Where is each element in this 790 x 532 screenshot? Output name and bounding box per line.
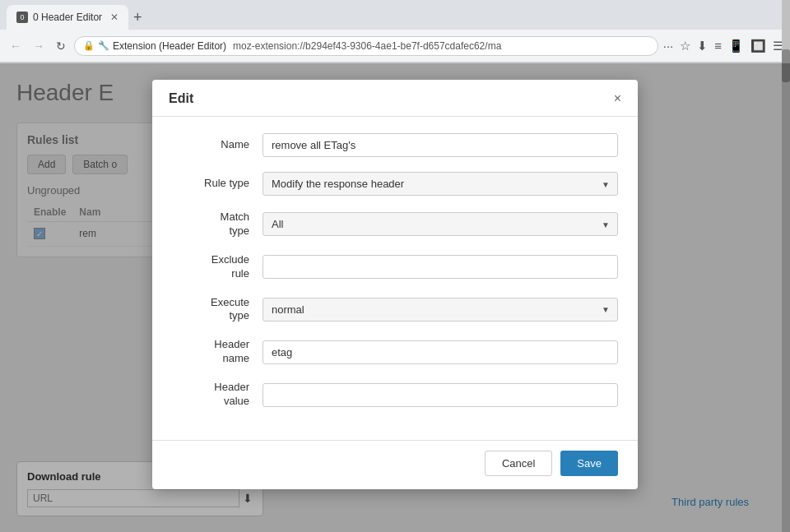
rule-type-control: Modify the response header Modify the re… bbox=[263, 172, 618, 196]
address-security-icon: 🔒 bbox=[83, 40, 95, 51]
toolbar-icons: ··· ☆ ⬇ ≡ 📱 🔲 ☰ bbox=[663, 39, 783, 53]
cancel-button[interactable]: Cancel bbox=[485, 451, 552, 476]
match-type-select[interactable]: All URLs Regex bbox=[263, 212, 618, 236]
download-icon[interactable]: ⬇ bbox=[697, 39, 708, 53]
execute-type-control: normal prepend append delete ▼ bbox=[263, 298, 618, 322]
execute-type-row: Executetype normal prepend append delete… bbox=[172, 296, 618, 324]
execute-type-label: Executetype bbox=[172, 296, 263, 324]
address-label: Extension (Header Editor) bbox=[113, 40, 226, 52]
match-type-row: Matchtype All URLs Regex ▼ bbox=[172, 210, 618, 238]
dialog-close-button[interactable]: × bbox=[614, 91, 621, 106]
extension-icon[interactable]: 🔲 bbox=[750, 39, 766, 53]
name-label: Name bbox=[172, 138, 263, 152]
name-control bbox=[263, 133, 618, 157]
rule-type-label: Rule type bbox=[172, 177, 263, 191]
tab-close-btn[interactable]: ✕ bbox=[110, 12, 118, 23]
active-tab[interactable]: 0 0 Header Editor ✕ bbox=[7, 5, 128, 30]
header-value-row: Headervalue bbox=[172, 381, 618, 409]
refresh-button[interactable]: ↻ bbox=[53, 36, 69, 56]
execute-type-select[interactable]: normal prepend append delete bbox=[263, 298, 618, 322]
tab-title: 0 Header Editor bbox=[33, 12, 102, 23]
tab-favicon: 0 bbox=[16, 12, 28, 23]
rule-type-row: Rule type Modify the response header Mod… bbox=[172, 172, 618, 196]
tab-bar: 0 0 Header Editor ✕ + bbox=[0, 0, 790, 30]
back-button[interactable]: ← bbox=[7, 36, 25, 56]
nav-bar: ← → ↻ 🔒 🔧 Extension (Header Editor) moz-… bbox=[0, 30, 790, 62]
exclude-rule-row: Excluderule bbox=[172, 253, 618, 281]
header-name-label: Headername bbox=[172, 338, 263, 366]
dialog-body: Name Rule type Modify the response heade… bbox=[152, 117, 638, 440]
forward-button[interactable]: → bbox=[30, 36, 48, 56]
save-button[interactable]: Save bbox=[560, 451, 618, 476]
match-type-control: All URLs Regex ▼ bbox=[263, 212, 618, 236]
rule-type-select[interactable]: Modify the response header Modify the re… bbox=[263, 172, 618, 196]
new-tab-button[interactable]: + bbox=[133, 9, 142, 26]
page-background: Header E Rules list Add Batch o Ungroupe… bbox=[0, 63, 790, 532]
more-btn[interactable]: ··· bbox=[663, 39, 674, 53]
header-value-control bbox=[263, 383, 618, 407]
address-bar[interactable]: 🔒 🔧 Extension (Header Editor) moz-extens… bbox=[74, 36, 658, 56]
name-row: Name bbox=[172, 133, 618, 157]
edit-dialog: Edit × Name Rule type Modify th bbox=[152, 80, 638, 489]
browser-chrome: 0 0 Header Editor ✕ + ← → ↻ 🔒 🔧 Extensio… bbox=[0, 0, 790, 63]
header-name-row: Headername bbox=[172, 338, 618, 366]
synced-tabs-icon[interactable]: 📱 bbox=[728, 39, 744, 53]
header-name-control bbox=[263, 340, 618, 364]
name-input[interactable] bbox=[263, 133, 618, 157]
dialog-title: Edit bbox=[169, 91, 193, 106]
dialog-header: Edit × bbox=[152, 80, 638, 117]
exclude-rule-label: Excluderule bbox=[172, 253, 263, 281]
header-value-input[interactable] bbox=[263, 383, 618, 407]
exclude-rule-control bbox=[263, 255, 618, 279]
bookmarks-icon[interactable]: ☆ bbox=[680, 39, 690, 53]
match-type-label: Matchtype bbox=[172, 210, 263, 238]
sidebar-icon[interactable]: ≡ bbox=[714, 39, 722, 53]
modal-overlay: Edit × Name Rule type Modify th bbox=[0, 63, 790, 532]
exclude-rule-input[interactable] bbox=[263, 255, 618, 279]
header-name-input[interactable] bbox=[263, 340, 618, 364]
dialog-footer: Cancel Save bbox=[152, 440, 638, 489]
address-url: moz-extension://b294ef43-9306-4ae1-be7f-… bbox=[233, 40, 501, 52]
header-value-label: Headervalue bbox=[172, 381, 263, 409]
address-extension-icon: 🔧 bbox=[98, 40, 109, 51]
